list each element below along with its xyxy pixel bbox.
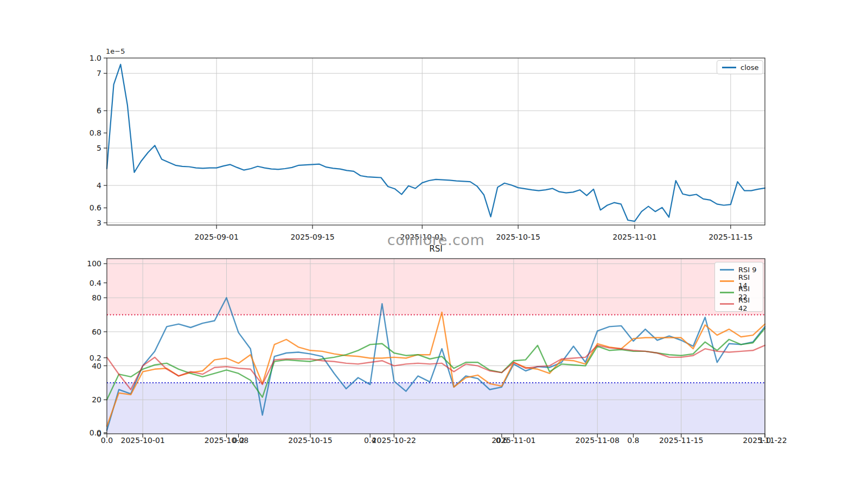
rsi-x-tick-label: 2025-11-15 [659,436,703,445]
rsi-legend: RSI 9 RSI 14 RSI 22 RSI 42 [714,262,763,312]
overlay-y-tick-label: 0.2 [90,354,101,362]
overlay-y-tick-label: 0.4 [90,279,101,287]
overlay-x-tick-label: 0.0 [101,436,113,445]
close-line-sample [722,67,736,68]
price-y-tick-label: 5 [97,144,101,152]
rsi-x-tick-label: 2025-10-01 [120,436,164,445]
rsi-y-tick-label: 40 [92,362,101,370]
price-chart: 345672025-09-012025-09-152025-10-012025-… [97,47,765,241]
overlay-y-tick-label: 0.0 [90,428,101,437]
rsi-chart: 0204060801002025-10-012025-10-082025-10-… [87,259,787,445]
price-y-tick-label: 6 [97,106,101,115]
overlay-y-tick-label: 0.6 [90,203,101,212]
figure: 345672025-09-012025-09-152025-10-012025-… [0,0,868,488]
overlay-x-tick-label: 0.8 [627,436,639,445]
rsi-x-tick-label: 2025-11-08 [576,436,620,445]
overlay-x-tick-label: 0.4 [364,436,376,445]
overlay-x-tick-label: 1.0 [759,436,771,445]
offset-text: 1e−5 [106,47,125,55]
price-legend: close [717,60,763,74]
overbought-band [107,259,765,314]
price-y-tick-label: 4 [97,181,101,190]
close-line [107,65,765,221]
price-y-tick-label: 7 [97,69,101,78]
overlay-y-tick-label: 1.0 [90,54,101,62]
rsi-section-title: RSI [107,245,765,253]
price-y-tick-label: 3 [97,219,101,227]
rsi-y-tick-label: 60 [92,328,101,336]
legend-row-rsi42: RSI 42 [720,300,758,308]
rsi42-legend-label: RSI 42 [738,296,758,312]
rsi-y-tick-label: 80 [92,293,101,302]
rsi-x-tick-label: 2025-10-22 [372,436,416,445]
rsi22-line-sample [720,292,734,293]
rsi-x-tick-label: 2025-10-15 [288,436,332,445]
overlay-x-tick-label: 0.6 [496,436,508,445]
rsi42-line-sample [720,303,734,305]
overlay-x-tick-label: 0.2 [232,436,244,445]
rsi14-line-sample [720,280,734,282]
overlay-y-tick-label: 0.8 [90,129,101,137]
rsi9-line-sample [720,269,734,271]
close-legend-label: close [741,63,758,72]
rsi-y-tick-label: 100 [87,259,101,268]
rsi-y-tick-label: 20 [92,395,101,404]
oversold-band [107,383,765,434]
